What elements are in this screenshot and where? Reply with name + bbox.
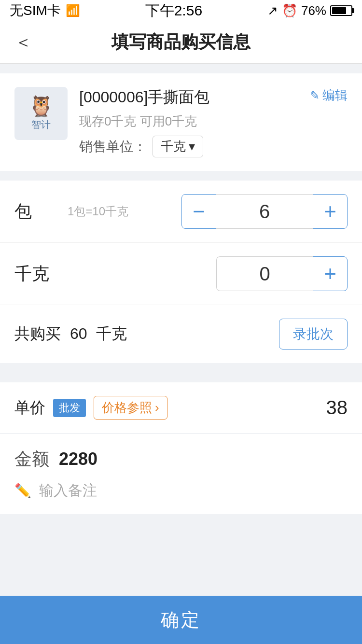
unit-select[interactable]: 千克 ▾ — [153, 136, 203, 157]
total-row: 共购买 60 千克 录批次 — [0, 305, 362, 363]
price-ref-label: 价格参照 — [102, 399, 152, 416]
bag-increment-button[interactable]: + — [313, 194, 348, 229]
total-value: 60 — [70, 325, 87, 342]
product-stock: 现存0千克 可用0千克 — [79, 113, 348, 130]
edit-label: 编辑 — [322, 87, 348, 104]
kg-label: 千克 — [14, 262, 63, 286]
quantity-section: 包 1包=10千克 − + 千克 + — [0, 181, 362, 305]
product-thumb-label: 智计 — [31, 118, 51, 131]
price-ref-chevron-icon: › — [155, 400, 159, 415]
product-unit-row: 销售单位： 千克 ▾ — [79, 136, 348, 157]
edit-icon: ✎ — [310, 89, 320, 102]
bag-label: 包 — [14, 200, 63, 224]
kg-quantity-row: 千克 + — [0, 243, 362, 305]
note-label: 输入备注 — [39, 481, 97, 501]
unit-chevron-icon: ▾ — [189, 139, 195, 154]
page-title: 填写商品购买信息 — [111, 30, 251, 54]
location-icon: ↗ — [267, 3, 278, 18]
unit-label: 销售单位： — [79, 138, 147, 156]
status-right: ↗ ⏰ 76% — [267, 3, 352, 18]
amount-row: 金额 2280 — [14, 448, 348, 471]
product-info: [0000006]手撕面包 现存0千克 可用0千克 销售单位： 千克 ▾ — [79, 87, 348, 157]
record-batch-button[interactable]: 录批次 — [279, 319, 348, 350]
product-thumbnail: 🦉 智计 — [14, 87, 68, 140]
edit-button[interactable]: ✎ 编辑 — [310, 87, 348, 104]
kg-controls: + — [216, 256, 348, 291]
bag-controls: − + — [181, 194, 348, 229]
total-unit: 千克 — [96, 325, 127, 342]
status-bar: 无SIM卡 📶 下午2:56 ↗ ⏰ 76% — [0, 0, 362, 21]
price-reference-button[interactable]: 价格参照 › — [94, 396, 167, 420]
total-section: 共购买 60 千克 录批次 — [0, 305, 362, 363]
amount-section: 金额 2280 ✏️ 输入备注 — [0, 434, 362, 514]
battery-icon — [330, 5, 352, 16]
carrier-text: 无SIM卡 — [10, 1, 61, 20]
price-batch-tag: 批发 — [53, 399, 86, 417]
confirm-button[interactable]: 确定 — [0, 596, 362, 644]
status-time: 下午2:56 — [145, 1, 202, 21]
price-label: 单价 — [14, 397, 45, 419]
price-row: 单价 批发 价格参照 › 38 — [0, 382, 362, 433]
bag-decrement-button[interactable]: − — [181, 194, 216, 229]
price-section: 单价 批发 价格参照 › 38 — [0, 382, 362, 433]
product-card: 🦉 智计 [0000006]手撕面包 现存0千克 可用0千克 销售单位： 千克 … — [0, 73, 362, 171]
back-button[interactable]: ＜ — [14, 30, 32, 54]
price-value: 38 — [326, 397, 348, 419]
bag-quantity-row: 包 1包=10千克 − + — [0, 181, 362, 243]
alarm-icon: ⏰ — [282, 3, 297, 18]
kg-increment-button[interactable]: + — [313, 256, 348, 291]
battery-percent: 76% — [301, 3, 326, 18]
amount-label: 金额 — [14, 449, 49, 469]
kg-quantity-input[interactable] — [216, 256, 313, 291]
total-label: 共购买 — [14, 325, 61, 342]
nav-bar: ＜ 填写商品购买信息 — [0, 21, 362, 64]
bag-quantity-input[interactable] — [216, 194, 313, 229]
amount-value: 2280 — [59, 449, 97, 469]
product-owl-icon: 🦉 — [28, 96, 54, 116]
unit-value: 千克 — [161, 138, 186, 155]
divider-1 — [0, 363, 362, 373]
product-name: [0000006]手撕面包 — [79, 87, 348, 108]
status-left: 无SIM卡 📶 — [10, 1, 80, 20]
pencil-icon: ✏️ — [14, 483, 31, 499]
wifi-icon: 📶 — [66, 4, 80, 17]
total-text: 共购买 60 千克 — [14, 323, 127, 345]
bag-hint: 1包=10千克 — [68, 204, 181, 219]
note-row[interactable]: ✏️ 输入备注 — [14, 481, 348, 501]
